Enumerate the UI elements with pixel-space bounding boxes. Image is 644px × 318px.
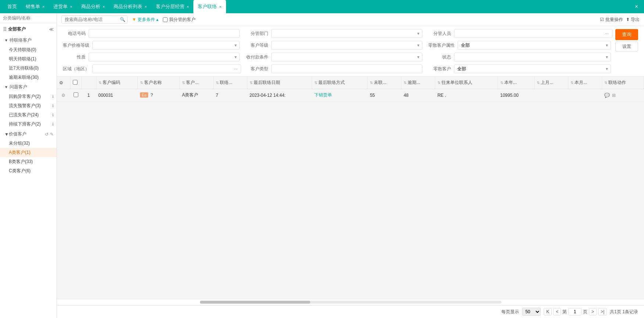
sidebar-pending-item-2[interactable]: 近7天待联络(0) (0, 64, 57, 73)
collapse-icon[interactable]: ≪ (49, 27, 54, 32)
my-customer-checkbox[interactable] (163, 17, 168, 22)
filter-select-0-1[interactable] (271, 29, 422, 38)
filter-cell-0-2: 分管人员··· (428, 29, 611, 38)
nav-close-customer-tier[interactable]: × (187, 4, 189, 9)
filter-input-0-0[interactable] (89, 29, 240, 38)
filter-dots-button-3-0[interactable]: ··· (232, 66, 240, 71)
filter-select-1-0[interactable] (92, 41, 240, 50)
col-header-lastContactMethod[interactable]: ⇅最后联络方式 (312, 77, 368, 89)
nav-item-customer-tier[interactable]: 客户分层经营× (151, 0, 193, 13)
sidebar-value-item-2[interactable]: B类客户(33) (0, 157, 57, 166)
export-button[interactable]: ⬆ 导出 (626, 17, 640, 23)
nav-close-product-analysis-list[interactable]: × (144, 4, 147, 9)
table-scroll-area[interactable]: ⚙⇅客户编码⇅客户名称⇅客户...⇅联络...⇅最后联络日期⇅最后联络方式⇅未联… (57, 77, 644, 299)
row-gear-0[interactable]: ⚙ (57, 89, 70, 102)
sidebar-pending-contact-header[interactable]: ▼待联络客户 (0, 35, 57, 45)
col-header-code[interactable]: ⇅客户编码 (96, 77, 138, 89)
setting-button[interactable]: 设置 (615, 42, 638, 52)
chat-icon[interactable]: 💬 (604, 93, 610, 98)
filter-select-2-0[interactable] (89, 53, 240, 61)
row-visit-contact-0: RE . (435, 89, 498, 102)
page-number-input[interactable] (568, 308, 582, 315)
filter-select-1-1[interactable] (271, 41, 422, 50)
nav-item-customer-contact[interactable]: 客户联络× (193, 0, 226, 13)
query-button[interactable]: 查询 (615, 29, 638, 40)
filter-input-3-1[interactable] (271, 64, 422, 73)
customer-search-input[interactable] (65, 17, 120, 22)
col-header-thisMonth[interactable]: ⇅本月... (568, 77, 602, 89)
row-check-0[interactable] (70, 89, 81, 102)
filter-select-2-2[interactable] (454, 53, 611, 61)
more-filter-button[interactable]: ▼ 更多条件 ▴ (132, 17, 158, 23)
row-code-0: 000031 (96, 89, 138, 102)
batch-op-button[interactable]: ☑ 批量操作 (600, 17, 623, 23)
prev-page-button[interactable]: < (553, 308, 561, 315)
sidebar-pending-item-3[interactable]: 逾期未联络(30) (0, 73, 57, 82)
row-checkbox-0[interactable] (74, 92, 78, 97)
sidebar-value-item-0[interactable]: 未分组(32) (0, 139, 57, 148)
nav-item-sales[interactable]: 销售单× (21, 0, 49, 13)
sidebar-value-item-1[interactable]: A类客户(1) (0, 148, 57, 157)
sidebar-value-customers-header[interactable]: ▼价值客户↺✎ (0, 129, 57, 139)
problem-customers-label: 问题客户 (10, 84, 27, 90)
nav-close-purchase[interactable]: × (70, 4, 72, 9)
horizontal-scrollbar[interactable] (57, 299, 644, 305)
col-header-uncontacted[interactable]: ⇅未联... (368, 77, 401, 89)
filter-dots-button-0-2[interactable]: ··· (603, 31, 611, 36)
col-header-lastMonth[interactable]: ⇅上月... (534, 77, 568, 89)
edit-icon[interactable]: ✎ (50, 132, 54, 137)
last-page-button[interactable]: >| (598, 308, 607, 315)
filter-select-2-1[interactable] (271, 53, 422, 61)
scrollbar-thumb[interactable] (200, 301, 310, 304)
contact-method-link[interactable]: 下销货单 (314, 92, 332, 98)
row-last-method-0[interactable]: 下销货单 (312, 89, 368, 102)
sidebar-all-customers[interactable]: ⠿全部客户≪ (0, 23, 57, 35)
col-header-customerType[interactable]: ⇅客户... (180, 77, 214, 89)
sidebar-problem-item-3[interactable]: 持续下滑客户(2)ℹ (0, 120, 57, 129)
filter-label-1-0: 客户价格等级 (63, 42, 92, 49)
sidebar-pending-item-0[interactable]: 今天待联络(0) (0, 45, 57, 54)
page-size-select[interactable]: 2050100200 (522, 308, 541, 316)
page-size-label: 每页显示 (501, 309, 519, 315)
col-header-lastContactDate[interactable]: ⇅最后联络日期 (247, 77, 312, 89)
filter-select-3-2[interactable]: 全部 (454, 64, 611, 73)
filter-select-1-2[interactable]: 全部 (458, 41, 611, 50)
sidebar-value-item-3[interactable]: C类客户(6) (0, 166, 57, 176)
sidebar-problem-customers-header[interactable]: ▼问题客户 (0, 82, 57, 92)
gear-icon[interactable]: ⚙ (61, 93, 65, 98)
filter-cell-2-0: 性质 (63, 53, 246, 61)
nav-item-product-analysis-list[interactable]: 商品分析列表× (109, 0, 151, 13)
nav-item-product-analysis[interactable]: 商品分析× (77, 0, 109, 13)
col-header-name[interactable]: ⇅客户名称 (138, 77, 180, 89)
sidebar-problem-item-2[interactable]: 已流失客户(24)ℹ (0, 110, 57, 120)
col-header-no[interactable] (81, 77, 96, 89)
select-all-checkbox[interactable] (73, 80, 78, 85)
col-header-contactCount[interactable]: ⇅联络... (214, 77, 247, 89)
col-header-overdue[interactable]: ⇅逾期... (401, 77, 435, 89)
col-header-check[interactable] (70, 77, 81, 89)
col-header-actions[interactable]: ⇅联络动作 (602, 77, 644, 89)
sidebar-search-input[interactable] (3, 15, 57, 21)
filter-input-dots-3-0[interactable] (92, 64, 241, 73)
nav-close-sales[interactable]: × (42, 4, 44, 9)
nav-close-customer-contact[interactable]: × (219, 4, 221, 9)
first-page-button[interactable]: K (544, 308, 552, 315)
next-page-button[interactable]: > (589, 308, 597, 315)
nav-item-purchase[interactable]: 进货单× (49, 0, 76, 13)
col-header-visitContact[interactable]: ⇅往来单位联系人 (435, 77, 498, 89)
filter-input-dots-0-2[interactable] (454, 29, 612, 38)
nav-close-product-analysis[interactable]: × (103, 4, 105, 9)
my-customer-label: 我分管的客户 (169, 17, 196, 23)
col-header-gear[interactable]: ⚙ (57, 77, 70, 89)
sidebar-problem-item-1[interactable]: 流失预警客户(3)ℹ (0, 101, 57, 110)
sidebar-pending-item-1[interactable]: 明天待联络(1) (0, 54, 57, 64)
value-icons: ↺✎ (45, 132, 54, 137)
search-icon[interactable]: 🔍 (120, 17, 125, 22)
window-close-button[interactable]: × (632, 3, 641, 10)
sidebar-problem-item-0[interactable]: 回购异常客户(2)ℹ (0, 92, 57, 101)
refresh-icon[interactable]: ↺ (45, 132, 49, 137)
col-header-thisYear[interactable]: ⇅本年... (498, 77, 534, 89)
qr-icon[interactable]: ⊞ (612, 93, 616, 98)
nav-item-home[interactable]: 首页 (3, 0, 21, 13)
filter-select-wrap-2-2 (454, 53, 611, 61)
